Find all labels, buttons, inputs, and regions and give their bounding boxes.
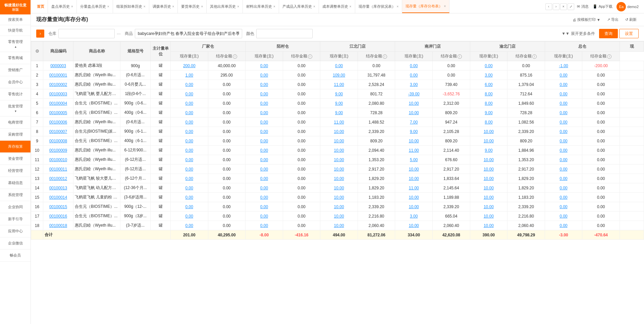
w1-qty[interactable]: 1.00	[171, 71, 208, 80]
total-qty[interactable]: 0.00	[545, 202, 582, 212]
w5-qty[interactable]: 10.00	[470, 193, 507, 202]
w5-qty[interactable]: 10.00	[470, 165, 507, 174]
product-code[interactable]: 00100009	[43, 146, 73, 155]
total-qty[interactable]: 0.00	[545, 212, 582, 221]
w1-qty[interactable]: 0.00	[171, 174, 208, 183]
total-qty[interactable]: 0.00	[545, 71, 582, 80]
sidebar-search-item[interactable]: 搜索英单	[0, 14, 31, 25]
w1-qty[interactable]: 0.00	[171, 136, 208, 146]
w4-qty[interactable]: 7.00	[395, 118, 433, 127]
sidebar-item-enterprise[interactable]: 企业协同	[0, 201, 31, 213]
total-qty[interactable]: -1.00	[545, 61, 582, 71]
w5-qty[interactable]: 10.00	[470, 174, 507, 183]
w2-qty[interactable]: 0.00	[246, 99, 283, 108]
sidebar-item-system[interactable]: 系统管理	[0, 189, 31, 201]
product-code[interactable]: 00100004	[43, 99, 73, 108]
w5-qty[interactable]: 9.00	[470, 108, 507, 118]
w1-qty[interactable]: 200.00	[171, 61, 208, 71]
w4-qty[interactable]: 11.00	[395, 146, 433, 155]
w4-qty[interactable]: 3.00	[395, 212, 433, 221]
info-icon[interactable]: i	[607, 54, 611, 59]
w2-qty[interactable]: 0.00	[246, 193, 283, 202]
w5-qty[interactable]: 10.00	[470, 183, 507, 193]
info-icon[interactable]: i	[383, 54, 387, 59]
w5-qty[interactable]: 8.00	[470, 89, 507, 99]
warehouse-input[interactable]	[58, 29, 115, 38]
info-icon[interactable]: i	[233, 54, 237, 59]
product-code[interactable]: 00100007	[43, 127, 73, 136]
total-qty[interactable]: 0.00	[545, 146, 582, 155]
w5-qty[interactable]: 10.00	[470, 202, 507, 212]
w5-qty[interactable]: 10.00	[470, 155, 507, 165]
w3-qty[interactable]: 10.00	[320, 165, 358, 174]
product-code[interactable]: 00100006	[43, 118, 73, 127]
w4-qty[interactable]: 10.00	[395, 108, 433, 118]
w3-qty[interactable]: 11.00	[320, 80, 358, 89]
product-code[interactable]: 00100002	[43, 80, 73, 89]
w2-qty[interactable]: 0.00	[246, 136, 283, 146]
w1-qty[interactable]: 0.00	[171, 202, 208, 212]
total-qty[interactable]: 0.00	[545, 155, 582, 165]
tab-material-outbound[interactable]: 材料出库单历史 ×	[243, 0, 279, 13]
product-code[interactable]: 0000003	[43, 61, 73, 71]
w2-qty[interactable]: 0.00	[246, 212, 283, 221]
tab-stock-status[interactable]: 现存量（库存状况表）×	[355, 0, 402, 13]
w5-qty[interactable]: 10.00	[470, 127, 507, 136]
w3-qty[interactable]: 10.00	[320, 212, 358, 221]
w1-qty[interactable]: 0.00	[171, 89, 208, 99]
w2-qty[interactable]: 0.00	[246, 183, 283, 193]
w5-qty[interactable]: 10.00	[470, 136, 507, 146]
total-qty[interactable]: 0.00	[545, 80, 582, 89]
w3-qty[interactable]: 10.00	[320, 136, 358, 146]
w2-qty[interactable]: 0.00	[246, 71, 283, 80]
info-icon[interactable]: i	[308, 54, 312, 59]
w1-qty[interactable]: 0.00	[171, 108, 208, 118]
w4-qty[interactable]: 5.00	[395, 155, 433, 165]
w3-qty[interactable]: 10.00	[320, 155, 358, 165]
sidebar-item-retail-mgmt[interactable]: 零售管理 ▲	[0, 36, 31, 52]
w5-qty[interactable]: 6.00	[470, 80, 507, 89]
w1-qty[interactable]: 0.00	[171, 127, 208, 136]
product-code[interactable]: 00100005	[43, 108, 73, 118]
refresh-button[interactable]: ↺ 刷新	[623, 16, 639, 23]
total-qty[interactable]: 0.00	[545, 99, 582, 108]
w4-qty[interactable]: 10.00	[395, 193, 433, 202]
tab-product-inbound[interactable]: 产成品入库单历史 ×	[279, 0, 319, 13]
close-icon[interactable]: ×	[107, 5, 109, 8]
close-icon[interactable]: ×	[237, 5, 239, 8]
close-icon[interactable]: ×	[144, 5, 146, 8]
w4-qty[interactable]: 10.00	[395, 99, 433, 108]
product-code[interactable]: 00100008	[43, 136, 73, 146]
w4-qty[interactable]: 10.00	[395, 174, 433, 183]
sidebar-item-inventory[interactable]: 库存核算	[0, 141, 31, 153]
w3-qty[interactable]: 10.00	[320, 146, 358, 155]
w4-qty[interactable]: 0.00	[395, 61, 433, 71]
product-code[interactable]: 00100003	[43, 89, 73, 99]
sidebar-quick-nav[interactable]: 快捷导航	[0, 25, 31, 36]
w1-qty[interactable]: 0.00	[171, 80, 208, 89]
w3-qty[interactable]: 0.00	[320, 61, 358, 71]
total-qty[interactable]: 0.00	[545, 165, 582, 174]
total-qty[interactable]: 0.00	[545, 193, 582, 202]
product-code[interactable]: 00100016	[43, 212, 73, 221]
query-button[interactable]: 查询	[599, 29, 618, 38]
w5-qty[interactable]: 10.00	[470, 221, 507, 230]
w3-qty[interactable]: 11.00	[320, 118, 358, 127]
tab-cost-adjust[interactable]: 成本调整单历史 ×	[319, 0, 355, 13]
w3-qty[interactable]: 10.00	[320, 183, 358, 193]
w4-qty[interactable]: 10.00	[395, 136, 433, 146]
w1-qty[interactable]: 0.00	[171, 155, 208, 165]
product-code[interactable]: 00100015	[43, 202, 73, 212]
tab-stock-distribution[interactable]: 现存量（库存分布表）×	[402, 0, 449, 13]
close-icon[interactable]: ×	[273, 5, 275, 8]
product-code[interactable]: 00100014	[43, 193, 73, 202]
w1-qty[interactable]: 0.00	[171, 193, 208, 202]
total-qty[interactable]: 0.00	[545, 183, 582, 193]
w4-qty[interactable]: 10.00	[395, 202, 433, 212]
w1-qty[interactable]: 0.00	[171, 221, 208, 230]
w5-qty[interactable]: 3.00	[470, 71, 507, 80]
sidebar-item-app-center[interactable]: 应用中心	[0, 225, 31, 237]
w1-qty[interactable]: 0.00	[171, 146, 208, 155]
sidebar-item-ecommerce[interactable]: 电商管理	[0, 117, 31, 129]
total-qty[interactable]: 0.00	[545, 108, 582, 118]
